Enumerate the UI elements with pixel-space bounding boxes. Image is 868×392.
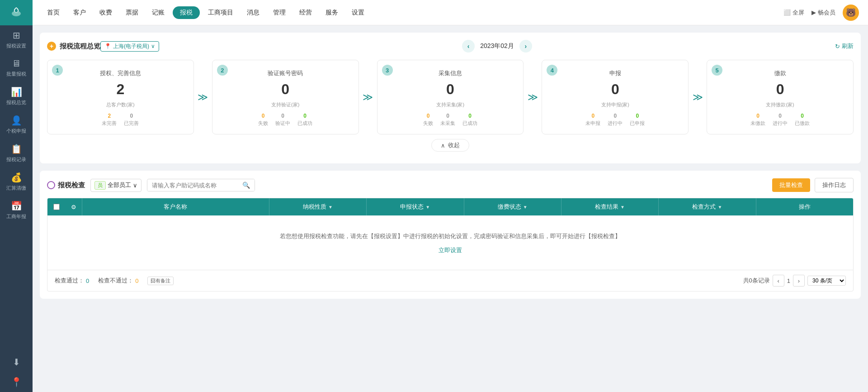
arrow-1-2: ≫ (194, 60, 212, 134)
filter-tax-nature-icon[interactable]: ▼ (328, 205, 333, 210)
step-4-subtitle: 支持申报(家) (549, 101, 681, 108)
nav-fuwu[interactable]: 服务 (320, 6, 344, 19)
gear-icon: ⚙ (71, 204, 76, 210)
pagination: 共0条记录 ‹ 1 › 30 条/页 50 条/页 100 条/页 (743, 275, 846, 287)
step-1-number: 1 (52, 65, 63, 76)
nav-baoshui[interactable]: 报税 (173, 6, 200, 19)
vip-icon: ▶ (811, 9, 816, 16)
refresh-btn[interactable]: ↻ 刷新 (835, 42, 854, 50)
step-5-number: 5 (712, 65, 722, 76)
staff-selector[interactable]: 员 全部员工 ∨ (90, 179, 142, 192)
sidebar-item-huisuan-qingshu[interactable]: 💰 汇算清缴 (0, 167, 33, 196)
header-check-method: 检查方式 ▼ (658, 198, 755, 215)
download-icon: ⬇ (13, 357, 20, 368)
nav-shoufei[interactable]: 收费 (94, 6, 118, 19)
sidebar-download[interactable]: ⬇ (0, 352, 33, 372)
fullscreen-btn[interactable]: ⬜ 全屏 (783, 9, 804, 17)
stat-paid: 0 已缴款 (795, 113, 810, 127)
filter-check-result-icon[interactable]: ▼ (620, 205, 625, 210)
location-icon: 📍 (11, 377, 22, 387)
nav-menu: 首页 客户 收费 票据 记账 报税 工商项目 消息 管理 经营 服务 设置 (42, 6, 783, 19)
stat-incomplete: 2 未完善 (102, 113, 117, 127)
nav-jingying[interactable]: 经营 (294, 6, 317, 19)
filter-declare-status-icon[interactable]: ▼ (425, 205, 430, 210)
process-steps: 1 授权、完善信息 2 总客户数(家) 2 未完善 0 已完善 (47, 60, 854, 134)
filter-check-method-icon[interactable]: ▼ (717, 205, 722, 210)
sidebar-item-geren-shenbao[interactable]: 👤 个税申报 (0, 110, 33, 139)
plus-icon: + (47, 42, 56, 51)
stat-in-progress-5: 0 进行中 (773, 113, 788, 127)
step-3-stats: 0 失败 0 未采集 0 已成功 (385, 113, 516, 127)
nav-jzhang[interactable]: 记账 (146, 6, 170, 19)
search-button[interactable]: 🔍 (238, 179, 255, 191)
logo[interactable] (0, 0, 33, 25)
nav-home[interactable]: 首页 (42, 6, 65, 19)
circle-icon (47, 181, 55, 189)
sidebar-item-piliang-baoshui[interactable]: 🖥 批量报税 (0, 54, 33, 82)
stat-in-progress-4: 0 进行中 (608, 113, 623, 127)
staff-tag: 员 (94, 181, 106, 190)
stat-unpaid: 0 未缴款 (750, 113, 765, 127)
user-avatar[interactable]: 🐻 (843, 5, 859, 21)
step-4-stats: 0 未申报 0 进行中 0 已申报 (549, 113, 681, 127)
step-1-card: 1 授权、完善信息 2 总客户数(家) 2 未完善 0 已完善 (47, 60, 194, 134)
header-checkbox[interactable] (47, 198, 66, 215)
step-2-number: 2 (217, 65, 228, 76)
check-fail-stat: 检查不通过： 0 (98, 277, 138, 285)
main-content: + 报税流程总览 📍 上海(电子税局) ∨ ‹ 2023年02月 › ↻ (33, 25, 868, 392)
step-1-stats: 2 未完善 0 已完善 (55, 113, 186, 127)
arrow-2-3: ≫ (359, 60, 377, 134)
step-4-count: 0 (549, 81, 681, 98)
empty-message: 若您想使用报税检查功能，请先在【报税设置】中进行报税的初始化设置，完成密码验证和… (280, 231, 621, 241)
nav-shezhi[interactable]: 设置 (346, 6, 370, 19)
prev-page-btn[interactable]: ‹ (773, 275, 784, 287)
process-overview-card: + 报税流程总览 📍 上海(电子税局) ∨ ‹ 2023年02月 › ↻ (40, 33, 861, 163)
nav-xiaoxi[interactable]: 消息 (241, 6, 265, 19)
operation-log-button[interactable]: 操作日志 (815, 178, 854, 192)
step-3-title: 采集信息 (385, 69, 516, 77)
prev-month-btn[interactable]: ‹ (462, 40, 475, 53)
sidebar-item-baoshui-jilu[interactable]: 📋 报税记录 (0, 139, 33, 167)
sidebar-item-gonshang-nianbao[interactable]: 📅 工商年报 (0, 196, 33, 225)
stat-in-progress: 0 验证中 (275, 113, 290, 127)
pass-count[interactable]: 0 (86, 277, 89, 284)
step-5-card: 5 缴款 0 支持缴款(家) 0 未缴款 0 进行中 (707, 60, 854, 134)
per-page-select[interactable]: 30 条/页 50 条/页 100 条/页 (807, 276, 846, 286)
nav-right: ⬜ 全屏 ▶ 畅会员 🐻 (783, 5, 859, 21)
sidebar-item-baoshui-zonglan[interactable]: 📊 报税总览 (0, 82, 33, 110)
nav-kehu[interactable]: 客户 (68, 6, 91, 19)
fail-count[interactable]: 0 (135, 277, 138, 284)
sidebar-location[interactable]: 📍 (0, 372, 33, 392)
sidebar-item-baoshui-shezhi[interactable]: ⊞ 报税设置 (0, 25, 33, 54)
tax-check-table: ⚙ 客户名称 纳税性质 ▼ 申报状态 ▼ 缴费状态 ▼ (47, 198, 854, 292)
next-page-btn[interactable]: › (793, 275, 805, 287)
search-input[interactable] (147, 180, 238, 191)
vip-btn[interactable]: ▶ 畅会员 (811, 9, 835, 17)
step-2-card: 2 验证账号密码 0 支持验证(家) 0 失败 0 验证中 (212, 60, 359, 134)
settlement-icon: 💰 (11, 172, 22, 183)
collapse-btn[interactable]: ∧ 收起 (431, 139, 469, 152)
stat-fail-3: 0 失败 (423, 113, 433, 127)
next-month-btn[interactable]: › (519, 40, 532, 53)
filter-pay-status-icon[interactable]: ▼ (523, 205, 528, 210)
header-gear[interactable]: ⚙ (66, 198, 82, 215)
step-4-card: 4 申报 0 支持申报(家) 0 未申报 0 进行中 (542, 60, 689, 134)
collapse-icon: ∧ (441, 142, 445, 149)
stat-success-3: 0 已成功 (462, 113, 477, 127)
step-1-subtitle: 总客户数(家) (55, 101, 186, 108)
nav-gongshang[interactable]: 工商项目 (203, 6, 239, 19)
stat-uncollected: 0 未采集 (440, 113, 455, 127)
step-3-count: 0 (385, 81, 516, 98)
setup-link[interactable]: 立即设置 (439, 246, 462, 254)
process-overview-header: + 报税流程总览 📍 上海(电子税局) ∨ ‹ 2023年02月 › ↻ (47, 40, 854, 53)
step-3-subtitle: 支持采集(家) (385, 101, 516, 108)
location-selector[interactable]: 📍 上海(电子税局) ∨ (100, 41, 159, 52)
stat-undeclared: 0 未申报 (585, 113, 600, 127)
batch-check-button[interactable]: 批量检查 (772, 178, 810, 192)
header-operation: 操作 (756, 198, 853, 215)
select-all-checkbox[interactable] (53, 204, 60, 210)
fullscreen-icon: ⬜ (783, 9, 791, 16)
check-actions: 批量检查 操作日志 (772, 178, 854, 192)
nav-piaoju[interactable]: 票据 (120, 6, 144, 19)
nav-guanli[interactable]: 管理 (268, 6, 291, 19)
